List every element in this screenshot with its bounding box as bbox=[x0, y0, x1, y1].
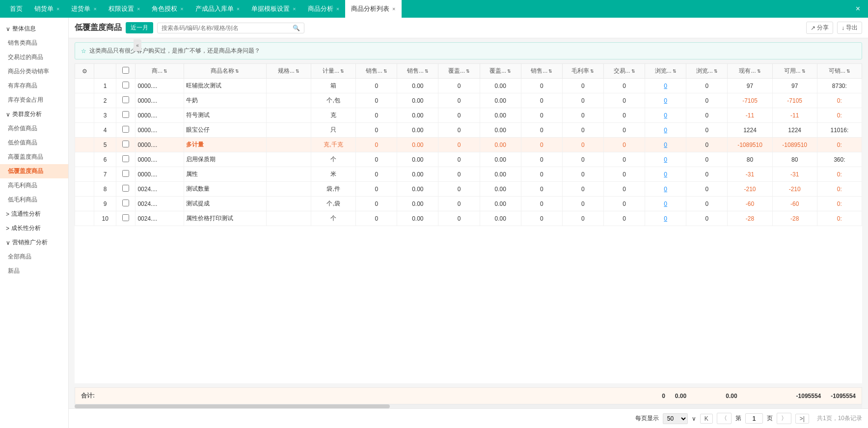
close-icon[interactable]: × bbox=[336, 6, 339, 12]
prev-page-button[interactable]: 〈 bbox=[717, 413, 732, 424]
cell-view1[interactable]: 0 bbox=[645, 211, 686, 226]
col-sales3[interactable]: 销售...⇅ bbox=[521, 64, 562, 79]
close-icon[interactable]: × bbox=[180, 6, 183, 12]
window-close-button[interactable]: × bbox=[852, 4, 864, 13]
sidebar-section-circulation[interactable]: > 流通性分析 bbox=[0, 207, 68, 221]
cell-view1[interactable]: 0 bbox=[645, 197, 686, 211]
export-button[interactable]: ↓ 导出 bbox=[837, 22, 862, 34]
sidebar-item-stock-funds[interactable]: 库存资金占用 bbox=[0, 93, 68, 107]
nav-sales-order[interactable]: 销货单 × bbox=[28, 0, 65, 18]
col-stock-sale[interactable]: 可销...⇅ bbox=[817, 64, 862, 79]
sort-icon[interactable]: ⇅ bbox=[163, 69, 167, 74]
sidebar-item-category-rate[interactable]: 商品分类动销率 bbox=[0, 64, 68, 79]
sort-icon[interactable]: ⇅ bbox=[757, 69, 761, 74]
nav-purchase-order[interactable]: 进货单 × bbox=[65, 0, 102, 18]
nav-product-analysis[interactable]: 商品分析 × bbox=[302, 0, 345, 18]
close-icon[interactable]: × bbox=[56, 6, 59, 12]
next-page-button[interactable]: 〉 bbox=[777, 413, 791, 424]
cell-view1[interactable]: 0 bbox=[645, 152, 686, 167]
share-button[interactable]: ↗ 分享 bbox=[806, 22, 833, 34]
search-input[interactable] bbox=[162, 25, 291, 31]
sort-icon[interactable]: ⇅ bbox=[631, 69, 635, 74]
row-checkbox[interactable] bbox=[122, 126, 129, 133]
per-page-select[interactable]: 50 100 200 bbox=[663, 413, 688, 424]
close-icon[interactable]: × bbox=[293, 6, 296, 12]
sidebar-item-low-margin[interactable]: 低毛利商品 bbox=[0, 193, 68, 207]
col-trade[interactable]: 交易...⇅ bbox=[604, 64, 645, 79]
nav-template-settings[interactable]: 单据模板设置 × bbox=[245, 0, 301, 18]
col-sales-amt[interactable]: 销售...⇅ bbox=[397, 64, 438, 79]
sort-icon[interactable]: ⇅ bbox=[340, 69, 344, 74]
row-checkbox[interactable] bbox=[122, 82, 129, 88]
nav-product-analysis-list[interactable]: 商品分析列表 × bbox=[345, 0, 401, 18]
col-view1[interactable]: 浏览...⇅ bbox=[645, 64, 686, 79]
cell-view1[interactable]: 0 bbox=[645, 138, 686, 152]
sidebar-section-overall[interactable]: ∨ 整体信息 bbox=[0, 22, 68, 36]
row-checkbox[interactable] bbox=[122, 155, 129, 162]
sort-icon[interactable]: ⇅ bbox=[802, 69, 806, 74]
row-checkbox[interactable] bbox=[122, 214, 129, 221]
last-page-button[interactable]: >| bbox=[795, 414, 809, 424]
sort-icon[interactable]: ⇅ bbox=[466, 69, 470, 74]
row-checkbox[interactable] bbox=[122, 141, 129, 147]
col-unit[interactable]: 计量...⇅ bbox=[311, 64, 356, 79]
search-icon[interactable]: 🔍 bbox=[293, 25, 300, 31]
row-checkbox[interactable] bbox=[122, 200, 129, 206]
close-icon[interactable]: × bbox=[237, 6, 240, 12]
row-checkbox[interactable] bbox=[122, 111, 129, 118]
sidebar-section-marketing[interactable]: ∨ 营销推广分析 bbox=[0, 235, 68, 250]
sort-icon[interactable]: ⇅ bbox=[714, 69, 718, 74]
nav-role-auth[interactable]: 角色授权 × bbox=[146, 0, 189, 18]
row-checkbox[interactable] bbox=[122, 170, 129, 177]
col-settings[interactable]: ⚙ bbox=[75, 64, 94, 79]
sort-icon[interactable]: ⇅ bbox=[507, 69, 511, 74]
sidebar-collapse-button[interactable]: « bbox=[134, 39, 141, 51]
row-checkbox[interactable] bbox=[122, 96, 129, 103]
sidebar-item-new-goods[interactable]: 新品 bbox=[0, 264, 68, 278]
sort-icon[interactable]: ⇅ bbox=[673, 69, 677, 74]
sort-icon[interactable]: ⇅ bbox=[235, 69, 239, 74]
nav-home[interactable]: 首页 bbox=[4, 0, 28, 18]
col-stock-avail[interactable]: 可用...⇅ bbox=[772, 64, 817, 79]
select-all-checkbox[interactable] bbox=[122, 67, 129, 74]
col-view2[interactable]: 浏览...⇅ bbox=[686, 64, 728, 79]
close-icon[interactable]: × bbox=[392, 6, 395, 12]
sort-icon[interactable]: ⇅ bbox=[425, 69, 429, 74]
sort-icon[interactable]: ⇅ bbox=[846, 69, 850, 74]
col-cover1[interactable]: 覆盖...⇅ bbox=[438, 64, 480, 79]
cell-view1[interactable]: 0 bbox=[645, 123, 686, 138]
sidebar-item-low-coverage[interactable]: 低覆盖度商品 bbox=[0, 164, 68, 178]
col-spec[interactable]: 规格...⇅ bbox=[266, 64, 311, 79]
col-stock-cur[interactable]: 现有...⇅ bbox=[728, 64, 772, 79]
sidebar-item-sales-goods[interactable]: 销售类商品 bbox=[0, 36, 68, 50]
sort-icon[interactable]: ⇅ bbox=[296, 69, 299, 74]
sidebar-item-high-value[interactable]: 高价值商品 bbox=[0, 121, 68, 136]
sidebar-item-high-margin[interactable]: 高毛利商品 bbox=[0, 178, 68, 193]
col-name[interactable]: 商品名称⇅ bbox=[184, 64, 266, 79]
sidebar-section-growth[interactable]: > 成长性分析 bbox=[0, 221, 68, 235]
col-sales-qty[interactable]: 销售...⇅ bbox=[356, 64, 397, 79]
sort-icon[interactable]: ⇅ bbox=[590, 69, 594, 74]
period-button[interactable]: 近一月 bbox=[126, 22, 153, 33]
sidebar-section-group[interactable]: ∨ 类群度分析 bbox=[0, 107, 68, 121]
sort-icon[interactable]: ⇅ bbox=[383, 69, 387, 74]
cell-view1[interactable]: 0 bbox=[645, 79, 686, 93]
col-code[interactable]: 商...⇅ bbox=[136, 64, 184, 79]
close-icon[interactable]: × bbox=[137, 6, 140, 12]
col-margin[interactable]: 毛利率⇅ bbox=[562, 64, 603, 79]
page-input[interactable] bbox=[745, 413, 763, 424]
cell-view1[interactable]: 0 bbox=[645, 93, 686, 108]
settings-icon[interactable]: ⚙ bbox=[82, 68, 87, 75]
sidebar-item-all-goods[interactable]: 全部商品 bbox=[0, 250, 68, 264]
row-checkbox[interactable] bbox=[122, 185, 129, 192]
sidebar-item-in-stock[interactable]: 有库存商品 bbox=[0, 79, 68, 93]
cell-view1[interactable]: 0 bbox=[645, 182, 686, 197]
cell-view1[interactable]: 0 bbox=[645, 108, 686, 123]
cell-view1[interactable]: 0 bbox=[645, 167, 686, 182]
sidebar-item-high-coverage[interactable]: 高覆盖度商品 bbox=[0, 150, 68, 164]
nav-permission-settings[interactable]: 权限设置 × bbox=[103, 0, 146, 18]
first-page-button[interactable]: K bbox=[700, 414, 713, 424]
col-cover2[interactable]: 覆盖...⇅ bbox=[480, 64, 521, 79]
sidebar-item-traded-goods[interactable]: 交易过的商品 bbox=[0, 50, 68, 64]
close-icon[interactable]: × bbox=[93, 6, 96, 12]
